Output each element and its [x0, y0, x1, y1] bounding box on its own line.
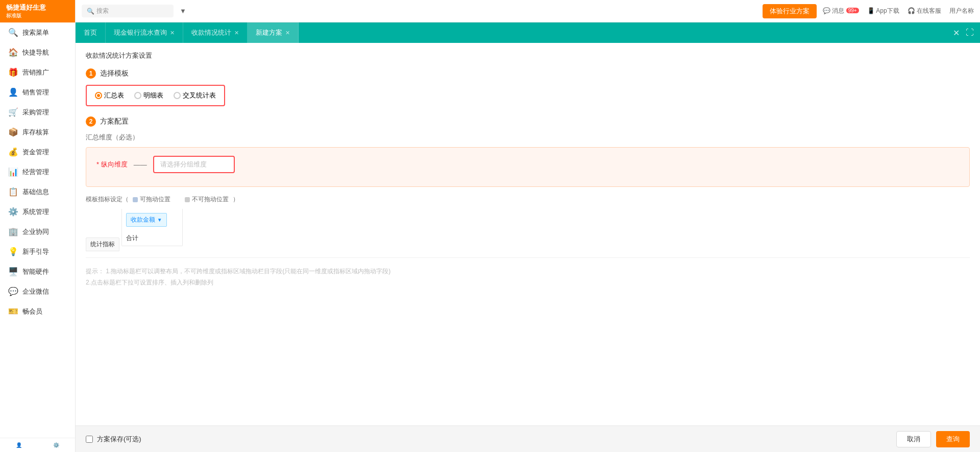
radio-detail[interactable]: 明细表 — [134, 91, 163, 100]
dimension-selector[interactable]: 请选择分组维度 — [153, 156, 235, 173]
tab-collect-stats-close[interactable]: ✕ — [234, 30, 239, 36]
cart-icon: 🛒 — [8, 107, 18, 117]
section2-header: 2 方案配置 — [86, 116, 970, 127]
sidebar-item-label: 畅会员 — [22, 307, 42, 316]
sidebar-item-guide[interactable]: 💡 新手引导 — [0, 242, 75, 261]
radio-detail-label: 明细表 — [143, 91, 163, 100]
draggable-hint: 模板指标设定（ 可拖动位置 不可拖动位置 ） — [86, 195, 970, 204]
topbar: 🔍 搜索 ▼ 体验行业方案 💬 消息 99+ 📱 App下载 🎧 在线客服 用户… — [76, 0, 980, 22]
footer-actions: 取消 查询 — [896, 431, 970, 447]
sidebar-item-member[interactable]: 🎫 畅会员 — [0, 301, 75, 321]
expand-window-icon[interactable]: ⛶ — [966, 28, 974, 37]
sidebar-item-system[interactable]: ⚙️ 系统管理 — [0, 202, 75, 222]
page-title: 收款情况统计方案设置 — [86, 51, 970, 60]
non-draggable-hint-box: 不可拖动位置 — [185, 195, 229, 204]
dimension-placeholder: 请选择分组维度 — [160, 160, 207, 168]
tab-cash-bank[interactable]: 现金银行流水查询 ✕ — [106, 22, 183, 43]
user-avatar-icon: 👤 — [16, 442, 22, 448]
chevron-down-icon: ▼ — [157, 217, 162, 223]
tab-home[interactable]: 首页 — [76, 22, 106, 43]
search-box[interactable]: 🔍 搜索 — [82, 5, 174, 17]
sidebar-item-wechat[interactable]: 💬 企业微信 — [0, 281, 75, 301]
sidebar-item-purchase[interactable]: 🛒 采购管理 — [0, 102, 75, 122]
sidebar-item-label: 搜索菜单 — [22, 28, 49, 37]
sidebar-item-finance[interactable]: 💰 资金管理 — [0, 142, 75, 162]
sidebar-item-hardware[interactable]: 🖥️ 智能硬件 — [0, 261, 75, 281]
metrics-tag[interactable]: 收款金额 ▼ — [126, 213, 167, 227]
sidebar-item-label: 采购管理 — [22, 108, 49, 117]
box-icon: 📦 — [8, 127, 18, 137]
sidebar-item-inventory[interactable]: 📦 库存核算 — [0, 122, 75, 142]
sidebar-item-search-menu[interactable]: 🔍 搜索菜单 — [0, 22, 75, 42]
divider — [86, 257, 970, 258]
notification-area[interactable]: 💬 消息 99+ — [823, 7, 859, 15]
tab-home-label: 首页 — [84, 28, 97, 37]
notification-label: 消息 — [832, 7, 844, 14]
user-icon: 👤 — [8, 87, 18, 97]
query-button[interactable]: 查询 — [936, 431, 970, 447]
section2-title: 方案配置 — [100, 117, 129, 126]
tab-new-plan[interactable]: 新建方案 ✕ — [248, 22, 299, 43]
section1-header: 1 选择模板 — [86, 68, 970, 79]
tab-collect-stats[interactable]: 收款情况统计 ✕ — [183, 22, 248, 43]
close-window-icon[interactable]: ✕ — [953, 28, 960, 38]
tab-cash-bank-close[interactable]: ✕ — [170, 30, 175, 36]
sidebar-settings-btn[interactable]: ⚙️ — [53, 442, 59, 448]
dimension-row: * 纵向维度 —— 请选择分组维度 — [96, 156, 959, 173]
radio-summary[interactable]: 汇总表 — [95, 91, 124, 100]
radio-summary-label: 汇总表 — [104, 91, 124, 100]
sidebar-item-label: 智能硬件 — [22, 267, 49, 276]
sidebar-item-label: 新手引导 — [22, 247, 49, 256]
draggable-hint-box: 可拖动位置 — [133, 195, 170, 204]
radio-group: 汇总表 明细表 交叉统计表 — [95, 91, 216, 100]
service-label: 在线客服 — [917, 7, 941, 14]
footer: 方案保存(可选) 取消 查询 — [76, 425, 980, 452]
download-area[interactable]: 📱 App下载 — [867, 7, 899, 15]
logo-sub: 标准版 — [6, 12, 46, 19]
metrics-sep — [175, 195, 181, 204]
sidebar-item-operation[interactable]: 📊 经营管理 — [0, 162, 75, 182]
service-icon: 🎧 — [908, 7, 915, 14]
building-icon: 🏢 — [8, 227, 18, 236]
user-name[interactable]: 用户名称 — [949, 7, 974, 15]
search-placeholder: 搜索 — [96, 7, 109, 15]
radio-cross[interactable]: 交叉统计表 — [174, 91, 216, 100]
cancel-button[interactable]: 取消 — [896, 431, 931, 447]
radio-summary-circle — [95, 92, 102, 99]
sidebar-item-label: 经营管理 — [22, 168, 49, 177]
dimension-section-label: 汇总维度（必选） — [86, 133, 970, 142]
gift-icon: 🎁 — [8, 67, 18, 77]
sidebar-item-quick-nav[interactable]: 🏠 快捷导航 — [0, 42, 75, 62]
logo-text: 畅捷通好生意 — [6, 3, 46, 12]
settings-icon: ⚙️ — [53, 442, 59, 448]
save-checkbox[interactable] — [86, 436, 93, 443]
sidebar-item-marketing[interactable]: 🎁 营销推广 — [0, 62, 75, 82]
metrics-setting-label: 模板指标设定（ — [86, 195, 129, 204]
sidebar-item-enterprise[interactable]: 🏢 企业协同 — [0, 222, 75, 242]
tabbar: 首页 现金银行流水查询 ✕ 收款情况统计 ✕ 新建方案 ✕ ✕ ⛶ — [76, 22, 980, 43]
industry-btn[interactable]: 体验行业方案 — [763, 4, 817, 18]
draggable-label: 可拖动位置 — [140, 195, 170, 204]
metrics-close-paren: ） — [233, 195, 239, 204]
sidebar: 畅捷通好生意 标准版 🔍 搜索菜单 🏠 快捷导航 🎁 营销推广 👤 销售管理 🛒… — [0, 0, 76, 452]
chart-icon: 📊 — [8, 167, 18, 177]
topbar-dropdown-arrow[interactable]: ▼ — [180, 7, 186, 15]
content-area: 收款情况统计方案设置 1 选择模板 汇总表 明细表 — [76, 43, 980, 425]
message-icon: 💬 — [823, 7, 830, 14]
monitor-icon: 🖥️ — [8, 267, 18, 276]
sidebar-item-label: 库存核算 — [22, 128, 49, 137]
sidebar-item-label: 企业协同 — [22, 227, 49, 236]
doc-icon: 📋 — [8, 187, 18, 197]
sidebar-item-label: 营销推广 — [22, 68, 49, 77]
sidebar-user-btn[interactable]: 👤 — [16, 442, 22, 448]
sidebar-item-sales[interactable]: 👤 销售管理 — [0, 82, 75, 102]
tab-collect-stats-label: 收款情况统计 — [191, 28, 231, 37]
service-area[interactable]: 🎧 在线客服 — [908, 7, 941, 15]
tab-cash-bank-label: 现金银行流水查询 — [114, 28, 167, 37]
content-inner: 收款情况统计方案设置 1 选择模板 汇总表 明细表 — [76, 43, 980, 425]
sidebar-item-base-info[interactable]: 📋 基础信息 — [0, 182, 75, 202]
metrics-header: 统计指标 — [86, 237, 119, 251]
section-config: 2 方案配置 汇总维度（必选） * 纵向维度 —— 请选择分组维度 — [86, 116, 970, 288]
tab-new-plan-close[interactable]: ✕ — [285, 30, 290, 36]
main-area: 🔍 搜索 ▼ 体验行业方案 💬 消息 99+ 📱 App下载 🎧 在线客服 用户… — [76, 0, 980, 452]
